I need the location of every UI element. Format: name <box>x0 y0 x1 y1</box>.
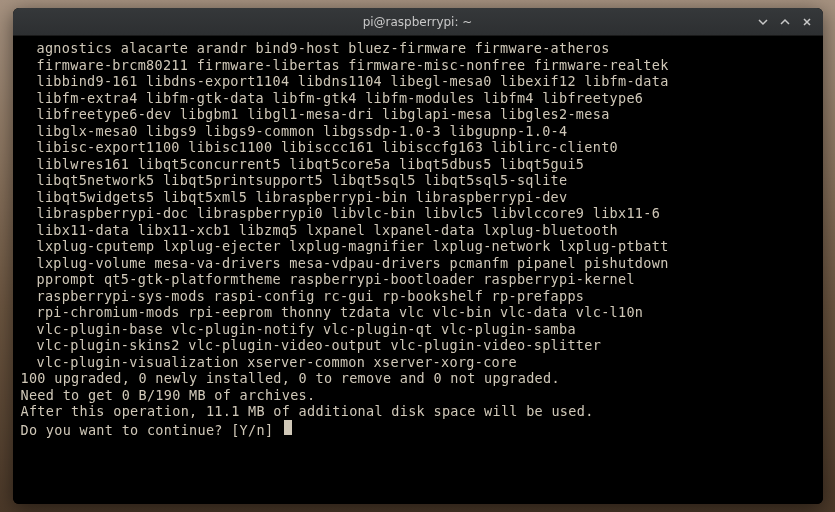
package-list: agnostics alacarte arandr bind9-host blu… <box>21 40 815 370</box>
package-line: rpi-chromium-mods rpi-eeprom thonny tzda… <box>21 304 815 321</box>
package-line: libisc-export1100 libisc1100 libisccc161… <box>21 139 815 156</box>
package-line: libfm-extra4 libfm-gtk-data libfm-gtk4 l… <box>21 90 815 107</box>
package-line: libqt5widgets5 libqt5xml5 libraspberrypi… <box>21 189 815 206</box>
titlebar-controls <box>753 8 817 35</box>
continue-prompt-line: Do you want to continue? [Y/n] <box>21 420 815 439</box>
minimize-button[interactable] <box>753 12 773 32</box>
terminal-output[interactable]: agnostics alacarte arandr bind9-host blu… <box>13 36 823 504</box>
continue-prompt: Do you want to continue? [Y/n] <box>21 422 282 439</box>
archive-size: Need to get 0 B/190 MB of archives. <box>21 387 815 404</box>
maximize-button[interactable] <box>775 12 795 32</box>
package-line: libfreetype6-dev libgbm1 libgl1-mesa-dri… <box>21 106 815 123</box>
chevron-up-icon <box>780 17 790 27</box>
package-line: libraspberrypi-doc libraspberrypi0 libvl… <box>21 205 815 222</box>
package-line: raspberrypi-sys-mods raspi-config rc-gui… <box>21 288 815 305</box>
upgrade-summary: 100 upgraded, 0 newly installed, 0 to re… <box>21 370 815 387</box>
package-line: vlc-plugin-skins2 vlc-plugin-video-outpu… <box>21 337 815 354</box>
disk-usage: After this operation, 11.1 MB of additio… <box>21 403 815 420</box>
chevron-down-icon <box>758 17 768 27</box>
window-title: pi@raspberrypi: ~ <box>363 15 473 29</box>
package-line: liblwres161 libqt5concurrent5 libqt5core… <box>21 156 815 173</box>
package-line: lxplug-volume mesa-va-drivers mesa-vdpau… <box>21 255 815 272</box>
package-line: lxplug-cputemp lxplug-ejecter lxplug-mag… <box>21 238 815 255</box>
close-icon <box>802 17 812 27</box>
package-line: firmware-brcm80211 firmware-libertas fir… <box>21 57 815 74</box>
package-line: agnostics alacarte arandr bind9-host blu… <box>21 40 815 57</box>
terminal-window: pi@raspberrypi: ~ agnostics alacarte ara… <box>13 8 823 504</box>
package-line: libglx-mesa0 libgs9 libgs9-common libgss… <box>21 123 815 140</box>
titlebar: pi@raspberrypi: ~ <box>13 8 823 36</box>
package-line: libbind9-161 libdns-export1104 libdns110… <box>21 73 815 90</box>
package-line: vlc-plugin-visualization xserver-common … <box>21 354 815 371</box>
package-line: libqt5network5 libqt5printsupport5 libqt… <box>21 172 815 189</box>
package-line: vlc-plugin-base vlc-plugin-notify vlc-pl… <box>21 321 815 338</box>
close-button[interactable] <box>797 12 817 32</box>
terminal-cursor[interactable] <box>284 420 292 435</box>
package-line: libx11-data libx11-xcb1 libzmq5 lxpanel … <box>21 222 815 239</box>
package-line: pprompt qt5-gtk-platformtheme raspberryp… <box>21 271 815 288</box>
